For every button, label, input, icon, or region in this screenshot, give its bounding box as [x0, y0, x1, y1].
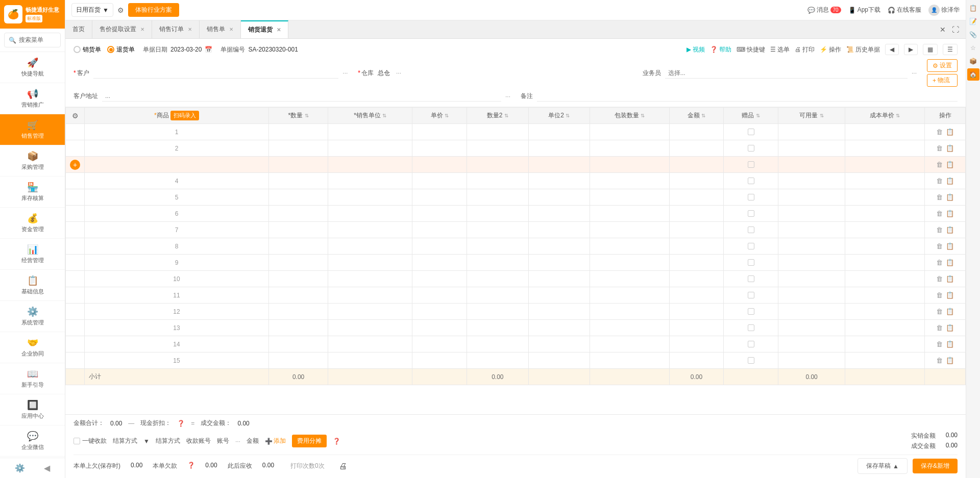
right-panel-btn-5[interactable]: 📦 [967, 55, 979, 67]
gift-sort-icon[interactable]: ⇅ [756, 113, 760, 118]
gift-checkbox[interactable] [748, 275, 754, 282]
copy-row-icon[interactable]: 📋 [946, 275, 954, 283]
note-input[interactable] [537, 91, 958, 102]
sidebar-item-enterprise[interactable]: 🤝 企业协同 [0, 332, 65, 363]
gift-checkbox[interactable] [748, 210, 754, 217]
right-panel-btn-active[interactable]: 🏠 [967, 68, 979, 81]
shortcut-action[interactable]: ⌨ 快捷键 [737, 45, 765, 54]
print-action[interactable]: 🖨 打印 [795, 45, 815, 54]
gift-checkbox[interactable] [748, 324, 754, 331]
delete-row-icon[interactable]: 🗑 [936, 144, 943, 152]
sidebar-item-sales[interactable]: 🛒 销售管理 [0, 114, 65, 145]
copy-row-icon[interactable]: 📋 [946, 357, 954, 364]
delete-row-icon[interactable]: 🗑 [936, 193, 943, 201]
calendar-icon[interactable]: 📅 [205, 46, 212, 53]
radio-sale-bill[interactable]: 销货单 [74, 45, 101, 54]
select-action[interactable]: ☰ 选单 [770, 45, 790, 54]
product-input-row3[interactable] [89, 160, 264, 170]
tab-close-all-button[interactable]: ✕ [937, 24, 948, 35]
address-input[interactable] [102, 91, 501, 102]
unit-sort-icon[interactable]: ⇅ [382, 113, 386, 118]
save-draft-button[interactable]: 保存草稿 ▲ [857, 458, 908, 474]
one-click-pay-checkbox[interactable]: 一键收款 [74, 437, 107, 445]
copy-row-icon[interactable]: 📋 [946, 210, 954, 217]
collapse-button[interactable]: ◀ [44, 463, 50, 473]
sidebar-item-wechat[interactable]: 💬 企业微信 [0, 425, 65, 457]
prev-record-button[interactable]: ◀ [885, 44, 899, 55]
sidebar-item-quick-nav[interactable]: 🚀 快捷导航 [0, 52, 65, 83]
help-action[interactable]: ❓ 帮助 [710, 45, 731, 54]
tab-sales-order-close-icon[interactable]: ✕ [188, 27, 192, 32]
tab-sales-order[interactable]: 销售订单 ✕ [152, 20, 200, 38]
delete-row-icon[interactable]: 🗑 [936, 291, 943, 299]
gift-checkbox[interactable] [748, 308, 754, 315]
sidebar-item-operations[interactable]: 📊 经营管理 [0, 239, 65, 270]
qty-sort-icon[interactable]: ⇅ [305, 113, 309, 118]
expense-help-icon[interactable]: ❓ [333, 438, 340, 445]
logistics-button[interactable]: + 物流 [927, 74, 958, 87]
staff-select-dots[interactable]: ··· [912, 69, 917, 77]
copy-row-icon[interactable]: 📋 [946, 259, 954, 266]
copy-row-icon[interactable]: 📋 [946, 144, 954, 152]
copy-row-icon[interactable]: 📋 [946, 324, 954, 332]
delete-row-icon[interactable]: 🗑 [936, 177, 943, 185]
account-dots[interactable]: ··· [235, 438, 240, 445]
copy-row-icon[interactable]: 📋 [946, 161, 954, 168]
delete-row-icon[interactable]: 🗑 [936, 210, 943, 217]
right-panel-btn-4[interactable]: ☆ [967, 42, 979, 54]
search-menu-button[interactable]: 🔍 搜索菜单 [4, 33, 61, 47]
sidebar-item-apps[interactable]: 🔲 应用中心 [0, 394, 65, 425]
tab-price-settings[interactable]: 售价提取设置 ✕ [92, 20, 152, 38]
settings-button[interactable]: ⚙ 设置 [927, 59, 958, 72]
delete-row-icon[interactable]: 🗑 [936, 242, 943, 250]
gift-checkbox[interactable] [748, 259, 754, 266]
grid-view-button[interactable]: ▦ [923, 44, 938, 55]
messages-button[interactable]: 💬 消息 70 [807, 6, 841, 14]
app-download-button[interactable]: 📱 App下载 [848, 6, 880, 14]
gift-checkbox[interactable] [748, 341, 754, 347]
right-panel-btn-1[interactable]: 📋 [967, 2, 979, 14]
price-sort-icon[interactable]: ⇅ [445, 113, 449, 118]
tab-home[interactable]: 首页 [65, 20, 92, 38]
staff-input[interactable] [665, 68, 908, 79]
sidebar-item-inventory[interactable]: 🏪 库存核算 [0, 177, 65, 208]
online-service-button[interactable]: 🎧 在线客服 [888, 6, 921, 14]
expense-split-button[interactable]: 费用分摊 [292, 435, 327, 447]
industry-selector[interactable]: 日用百货 ▼ [71, 3, 113, 17]
gift-checkbox[interactable] [748, 357, 754, 364]
customer-select-dots[interactable]: ··· [342, 69, 348, 77]
help-circle-icon[interactable]: ❓ [177, 420, 185, 427]
delete-row-icon[interactable]: 🗑 [936, 161, 943, 168]
tab-return-close-icon[interactable]: ✕ [277, 27, 281, 33]
add-payment-button[interactable]: ➕ 添加 [265, 437, 286, 445]
tab-price-close-icon[interactable]: ✕ [140, 27, 144, 32]
gift-checkbox[interactable] [748, 145, 754, 152]
delete-row-icon[interactable]: 🗑 [936, 340, 943, 348]
tab-sales[interactable]: 销售单 ✕ [200, 20, 241, 38]
settlement-dropdown-icon[interactable]: ▼ [143, 438, 150, 445]
sidebar-item-system[interactable]: ⚙️ 系统管理 [0, 301, 65, 332]
copy-row-icon[interactable]: 📋 [946, 226, 954, 234]
tab-sales-close-icon[interactable]: ✕ [229, 27, 233, 32]
address-dots[interactable]: ··· [505, 93, 510, 100]
copy-row-icon[interactable]: 📋 [946, 340, 954, 348]
save-new-button[interactable]: 保存&新增 [913, 459, 958, 473]
operate-action[interactable]: ⚡ 操作 [820, 45, 841, 54]
gift-checkbox[interactable] [748, 243, 754, 249]
help-debt-icon[interactable]: ❓ [187, 462, 195, 471]
copy-row-icon[interactable]: 📋 [946, 177, 954, 185]
gift-checkbox[interactable] [748, 178, 754, 184]
qty2-sort-icon[interactable]: ⇅ [504, 113, 508, 118]
warehouse-select-dots[interactable]: ··· [396, 69, 401, 77]
delete-row-icon[interactable]: 🗑 [936, 308, 943, 315]
pkg-sort-icon[interactable]: ⇅ [641, 113, 645, 118]
sidebar-item-marketing[interactable]: 📢 营销推广 [0, 83, 65, 114]
list-view-button[interactable]: ☰ [943, 44, 958, 55]
next-record-button[interactable]: ▶ [904, 44, 918, 55]
sidebar-item-basic-info[interactable]: 📋 基础信息 [0, 270, 65, 301]
gift-checkbox[interactable] [748, 161, 754, 168]
gift-checkbox[interactable] [748, 194, 754, 200]
settings-bottom-button[interactable]: ⚙️ [15, 463, 25, 473]
sidebar-item-finance[interactable]: 💰 资金管理 [0, 208, 65, 239]
amount-sort-icon[interactable]: ⇅ [701, 113, 705, 118]
